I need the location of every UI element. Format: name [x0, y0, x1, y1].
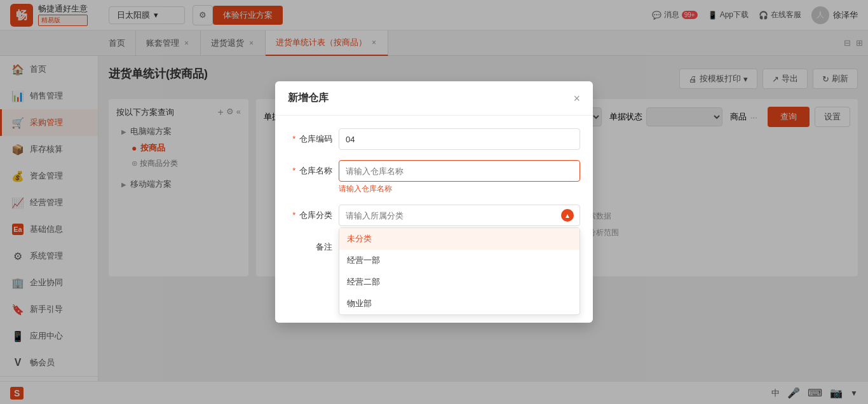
code-label-text: 仓库编码 — [299, 134, 332, 144]
notes-label: 备注 — [288, 236, 339, 253]
modal-body: * 仓库编码 * 仓库名称 请输入仓库名称 — [275, 116, 593, 281]
dropdown-item-property[interactable]: 物业部 — [339, 293, 580, 314]
modal-header: 新增仓库 × — [275, 81, 593, 116]
category-label: * 仓库分类 — [288, 205, 339, 221]
name-field: 请输入仓库名称 — [339, 160, 580, 194]
modal-close-button[interactable]: × — [573, 93, 580, 104]
code-required-star: * — [292, 134, 295, 144]
name-input[interactable] — [339, 160, 580, 182]
dropdown-item-uncategorized[interactable]: 未分类 — [339, 228, 580, 250]
modal-title: 新增仓库 — [288, 91, 329, 105]
category-required-star: * — [292, 210, 295, 220]
name-error-msg: 请输入仓库名称 — [339, 184, 580, 194]
name-label-text: 仓库名称 — [299, 166, 332, 175]
category-label-text: 仓库分类 — [299, 210, 332, 220]
notes-label-text: 备注 — [316, 242, 332, 252]
code-label: * 仓库编码 — [288, 128, 339, 145]
name-label: * 仓库名称 — [288, 160, 339, 177]
category-input[interactable] — [339, 205, 580, 226]
form-row-category: * 仓库分类 ▲ 未分类 经营一部 经营二部 物业部 — [288, 205, 580, 226]
code-field — [339, 128, 580, 150]
modal-new-warehouse: 新增仓库 × * 仓库编码 * 仓库名称 — [275, 81, 593, 323]
form-row-name: * 仓库名称 请输入仓库名称 — [288, 160, 580, 194]
dropdown-item-ops1[interactable]: 经营一部 — [339, 250, 580, 271]
dropdown-item-ops2[interactable]: 经营二部 — [339, 271, 580, 293]
name-required-star: * — [292, 166, 295, 175]
code-input[interactable] — [339, 128, 580, 150]
category-dropdown-list: 未分类 经营一部 经营二部 物业部 — [339, 227, 580, 315]
category-field: ▲ 未分类 经营一部 经营二部 物业部 — [339, 205, 580, 226]
form-row-code: * 仓库编码 — [288, 128, 580, 150]
modal-overlay[interactable]: 新增仓库 × * 仓库编码 * 仓库名称 — [0, 0, 868, 404]
category-dropdown-arrow[interactable]: ▲ — [561, 209, 574, 222]
